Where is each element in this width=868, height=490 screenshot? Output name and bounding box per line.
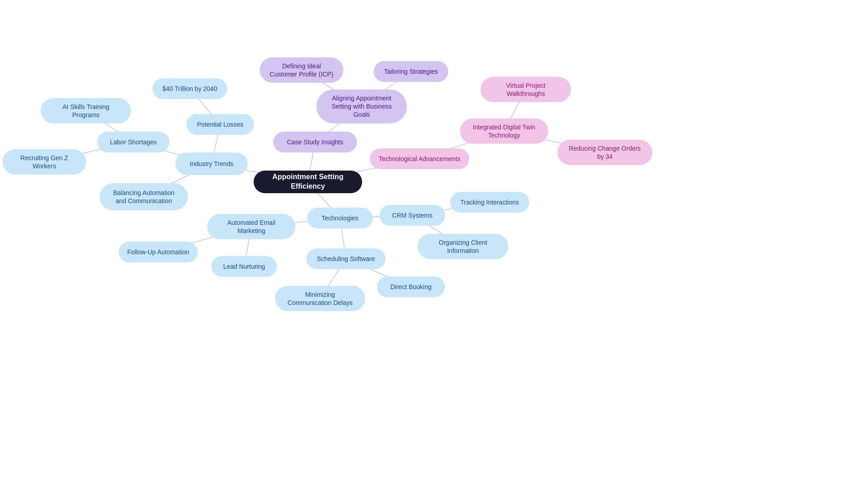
direct-booking-node[interactable]: Direct Booking [377,276,445,297]
40-trillion-node[interactable]: $40 Trillion by 2040 [153,78,227,99]
balancing-node[interactable]: Balancing Automation and Communication [100,183,188,210]
tracking-node[interactable]: Tracking Interactions [450,192,529,213]
automated-email-node[interactable]: Automated Email Marketing [208,214,296,239]
center-node[interactable]: Appointment Setting Efficiency [254,171,362,193]
minimizing-node[interactable]: Minimizing Communication Delays [275,286,365,311]
tailoring-node[interactable]: Tailoring Strategies [374,61,448,82]
case-study-node[interactable]: Case Study Insights [274,132,357,152]
scheduling-node[interactable]: Scheduling Software [307,248,386,269]
virtual-walkthroughs-node[interactable]: Virtual Project Walkthroughs [481,77,571,102]
follow-up-node[interactable]: Follow-Up Automation [119,242,198,262]
lead-nurturing-node[interactable]: Lead Nurturing [212,256,277,277]
recruiting-node[interactable]: Recruiting Gen Z Workers [3,149,86,175]
industry-trends-node[interactable]: Industry Trends [175,152,248,175]
ai-skills-node[interactable]: AI Skills Training Programs [41,98,131,124]
tech-advancements-node[interactable]: Technological Advancements [370,148,469,169]
crm-systems-node[interactable]: CRM Systems [380,205,445,226]
mind-map: Appointment Setting EfficiencyIndustry T… [0,0,868,490]
aligning-node[interactable]: Aligning Appointment Setting with Busine… [316,90,407,124]
labor-shortages-node[interactable]: Labor Shortages [97,132,170,152]
integrated-digital-node[interactable]: Integrated Digital Twin Technology [460,119,548,144]
organizing-node[interactable]: Organizing Client Information [418,234,508,259]
technologies-node[interactable]: Technologies [307,208,373,228]
potential-losses-node[interactable]: Potential Losses [186,114,254,135]
defining-icp-node[interactable]: Defining Ideal Customer Profile (ICP) [260,57,344,83]
reducing-change-node[interactable]: Reducing Change Orders by 34 [557,140,652,165]
